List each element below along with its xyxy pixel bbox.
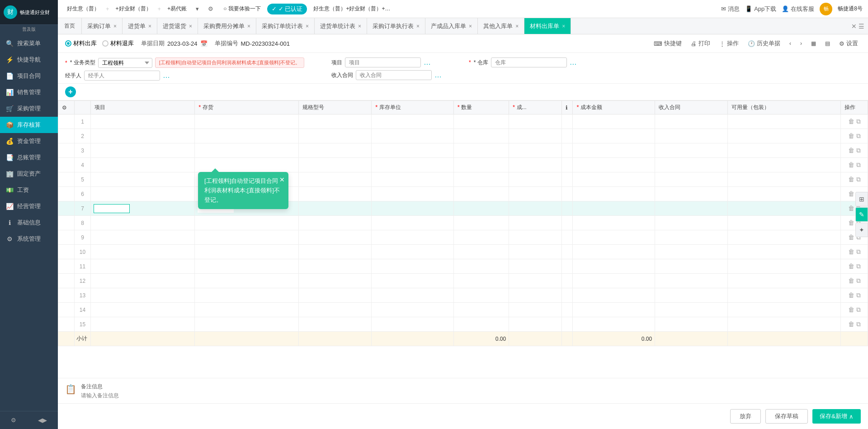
row-inventory-15[interactable]: [195, 317, 299, 332]
sidebar-item-inventory[interactable]: 📦库存核算: [0, 117, 58, 133]
radio-material-out[interactable]: 材料出库: [65, 39, 97, 48]
row-cost-price-7[interactable]: [509, 201, 562, 216]
row-qty-4[interactable]: [453, 158, 509, 172]
online-service-btn[interactable]: 👤 在线客服: [782, 5, 814, 13]
col-settings-header[interactable]: ⚙: [58, 101, 75, 114]
sidebar-item-project-contract[interactable]: 📄项目合同: [0, 68, 58, 84]
row-income-contract-14[interactable]: [655, 303, 728, 317]
row-project-2[interactable]: [91, 129, 195, 143]
row-cost-amount-2[interactable]: [573, 129, 655, 143]
row-project-14[interactable]: [91, 303, 195, 317]
row-cost-price-2[interactable]: [509, 129, 562, 143]
row-unit-3[interactable]: [372, 143, 454, 158]
sidebar-collapse-btn[interactable]: ◀▶: [34, 415, 51, 425]
tab-close-8[interactable]: ×: [469, 23, 472, 29]
row-qty-7[interactable]: [453, 201, 509, 216]
copy-icon-10[interactable]: ⧉: [856, 248, 861, 256]
right-float-btn-1[interactable]: ⊞: [855, 192, 868, 206]
row-qty-15[interactable]: [453, 317, 509, 332]
row-spec-12[interactable]: [299, 274, 372, 288]
row-spec-14[interactable]: [299, 303, 372, 317]
row-income-contract-12[interactable]: [655, 274, 728, 288]
row-cost-price-10[interactable]: [509, 245, 562, 259]
tab-home[interactable]: 首页: [58, 18, 82, 34]
tab-close-4[interactable]: ×: [247, 23, 250, 29]
row-qty-3[interactable]: [453, 143, 509, 158]
row-project-1[interactable]: [91, 114, 195, 129]
row-qty-8[interactable]: [453, 216, 509, 230]
row-spec-13[interactable]: [299, 288, 372, 303]
sidebar-item-salary[interactable]: 💵工资: [0, 182, 58, 198]
sidebar-item-finance[interactable]: 💰资金管理: [0, 133, 58, 149]
app-btn-agent[interactable]: +易代账: [164, 4, 190, 14]
save-new-btn[interactable]: 保存&新增 ∧: [812, 409, 861, 424]
delete-icon-9[interactable]: 🗑: [848, 234, 854, 241]
row-project-13[interactable]: [91, 288, 195, 303]
delete-icon-4[interactable]: 🗑: [848, 161, 854, 169]
row-cost-price-5[interactable]: [509, 172, 562, 187]
sidebar-item-fixed-assets[interactable]: 🏢固定资产: [0, 166, 58, 182]
row-income-contract-9[interactable]: [655, 230, 728, 245]
delete-icon-5[interactable]: 🗑: [848, 176, 854, 183]
row-income-contract-2[interactable]: [655, 129, 728, 143]
row-cost-amount-13[interactable]: [573, 288, 655, 303]
tab-item-8[interactable]: 产成品入库单×: [425, 18, 478, 34]
row-unit-8[interactable]: [372, 216, 454, 230]
warehouse-input[interactable]: [491, 57, 567, 67]
row-unit-9[interactable]: [372, 230, 454, 245]
row-inventory-14[interactable]: [195, 303, 299, 317]
row-cost-amount-3[interactable]: [573, 143, 655, 158]
sidebar-item-system[interactable]: ⚙系统管理: [0, 231, 58, 247]
row-project-4[interactable]: [91, 158, 195, 172]
row-cost-price-8[interactable]: [509, 216, 562, 230]
tab-close-3[interactable]: ×: [189, 23, 192, 29]
row-project-5[interactable]: [91, 172, 195, 187]
row-cost-price-9[interactable]: [509, 230, 562, 245]
row-unit-1[interactable]: [372, 114, 454, 129]
tab-item-3[interactable]: 进货退货×: [157, 18, 198, 34]
delete-icon-2[interactable]: 🗑: [848, 132, 854, 140]
row-cost-amount-9[interactable]: [573, 230, 655, 245]
row-qty-1[interactable]: [453, 114, 509, 129]
row-inventory-8[interactable]: [195, 216, 299, 230]
row-cost-amount-6[interactable]: [573, 187, 655, 201]
message-btn[interactable]: ✉ 消息: [721, 5, 740, 13]
tab-item-9[interactable]: 其他入库单×: [478, 18, 524, 34]
row-cost-price-1[interactable]: [509, 114, 562, 129]
row-project-3[interactable]: [91, 143, 195, 158]
tooltip-close-btn[interactable]: ✕: [279, 175, 285, 185]
row-unit-11[interactable]: [372, 259, 454, 274]
row-inventory-4[interactable]: [195, 158, 299, 172]
row-spec-3[interactable]: [299, 143, 372, 158]
row-cost-amount-8[interactable]: [573, 216, 655, 230]
row-spec-2[interactable]: [299, 129, 372, 143]
print-btn[interactable]: 🖨 打印: [688, 38, 713, 49]
row-inventory-10[interactable]: [195, 245, 299, 259]
handler-dots[interactable]: …: [163, 72, 170, 80]
row-unit-4[interactable]: [372, 158, 454, 172]
row-spec-9[interactable]: [299, 230, 372, 245]
copy-icon-1[interactable]: ⧉: [856, 118, 861, 125]
row-qty-9[interactable]: [453, 230, 509, 245]
radio-material-return[interactable]: 材料退库: [102, 39, 134, 48]
delete-icon-3[interactable]: 🗑: [848, 147, 854, 154]
sidebar-item-quick-nav[interactable]: ⚡快捷导航: [0, 52, 58, 68]
row-cost-price-15[interactable]: [509, 317, 562, 332]
row-unit-10[interactable]: [372, 245, 454, 259]
delete-icon-6[interactable]: 🗑: [848, 190, 854, 198]
app-download-btn[interactable]: 📱 App下载: [745, 5, 776, 13]
delete-icon-1[interactable]: 🗑: [848, 118, 854, 125]
row-unit-7[interactable]: [372, 201, 454, 216]
right-float-btn-3[interactable]: ✦: [855, 223, 868, 237]
discard-btn[interactable]: 放弃: [730, 409, 761, 424]
tab-item-7[interactable]: 采购订单执行表×: [367, 18, 425, 34]
history-btn[interactable]: 🕐 历史单据: [745, 38, 783, 49]
delete-icon-15[interactable]: 🗑: [848, 320, 854, 328]
add-row-btn[interactable]: +: [65, 86, 76, 97]
row-cost-price-11[interactable]: [509, 259, 562, 274]
nav-next-btn[interactable]: ›: [797, 39, 805, 48]
save-draft-btn[interactable]: 保存草稿: [765, 409, 808, 424]
row-cost-amount-5[interactable]: [573, 172, 655, 187]
row-unit-14[interactable]: [372, 303, 454, 317]
row-spec-15[interactable]: [299, 317, 372, 332]
